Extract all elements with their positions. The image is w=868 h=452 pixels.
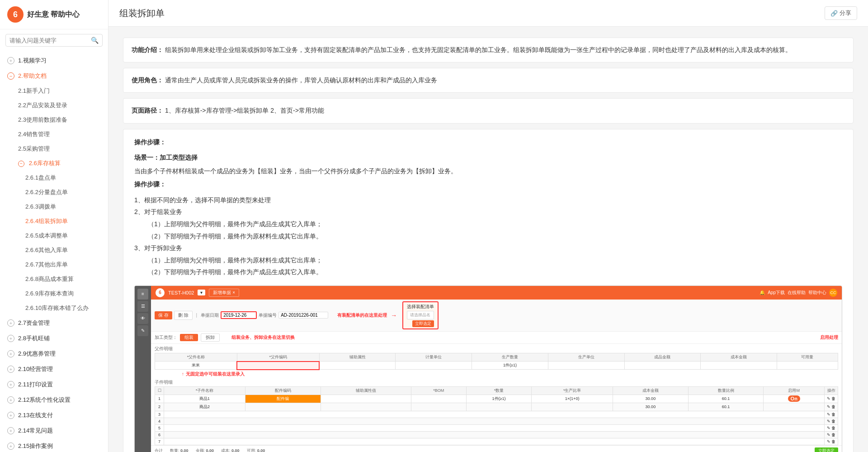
lower-row4-action[interactable]: ✎ 🗑: [825, 418, 838, 424]
path-text: 1、库存核算->库存管理->组装拆卸单 2、首页->常用功能: [165, 107, 324, 114]
inner-selector[interactable]: ▾: [198, 290, 205, 295]
lower-table-label: 子件明细: [151, 378, 842, 386]
lower-row2-enable: [764, 403, 825, 411]
inner-icon-help[interactable]: 在线帮助: [788, 290, 806, 296]
lower-th-enable: 启用M: [764, 386, 825, 395]
upper-td-qty: 1件(≥1): [472, 362, 548, 370]
sidebar-item-cost[interactable]: 2.6.5成本调整单: [0, 228, 108, 243]
on-badge[interactable]: On: [788, 395, 800, 402]
sidebar-item-sales[interactable]: 2.4销售管理: [0, 127, 108, 142]
path-label: 页面路径：: [132, 107, 163, 114]
inner-new-tab[interactable]: 新增单据 ×: [209, 289, 239, 297]
inner-save-btn[interactable]: 保 存: [155, 311, 172, 319]
lower-row7-action[interactable]: ✎ 🗑: [825, 438, 838, 445]
sidebar-item-purchase[interactable]: 2.5采购管理: [0, 142, 108, 156]
sidebar-item-print[interactable]: + 2.11打印设置: [0, 377, 108, 392]
sidebar-item-faq[interactable]: + 2.14常见问题: [0, 423, 108, 438]
logo-icon: 6: [7, 6, 24, 23]
nav-section: + 1.视频学习 − 2.帮助文档 2.1新手入门 2.2产品安装及登录 2.3…: [0, 51, 108, 452]
sidebar-item-mobile[interactable]: + 2.8手机旺铺: [0, 331, 108, 346]
inner-date-input[interactable]: [221, 311, 257, 319]
bom-search[interactable]: 请选择品名: [407, 311, 434, 319]
sidebar-item-case[interactable]: + 2.15操作案例: [0, 438, 108, 452]
sidebar-item-ops[interactable]: + 2.10经营管理: [0, 362, 108, 377]
footer-confirm-btn[interactable]: 立即选定: [815, 447, 838, 452]
inner-icon-contact[interactable]: 帮助中心: [808, 290, 826, 296]
sidebar-item-coupon[interactable]: + 2.9优惠券管理: [0, 346, 108, 362]
sidebar-item-cost-calc-label: 2.6.8商品成本重算: [25, 276, 74, 282]
lower-row4-check: 4: [155, 418, 164, 424]
upper-td-amount: [624, 362, 701, 370]
sidebar-item-stocktake[interactable]: 2.6.1盘点单: [0, 171, 108, 185]
sidebar-item-error[interactable]: 2.6.10库存账本错了么办: [0, 301, 108, 315]
sidebar-item-newbie[interactable]: 2.1新手入门: [0, 84, 108, 98]
footer-cost: 成本: 0.00: [221, 448, 240, 452]
lower-row1-ratio: 1×(1+0): [532, 395, 613, 403]
page-title: 组装拆卸单: [119, 7, 165, 19]
lower-row1-cost: 30.00: [613, 395, 689, 403]
sidebar-item-check[interactable]: 2.6.9库存账本查询: [0, 286, 108, 301]
sidebar-item-other-out[interactable]: 2.6.7其他出库单: [0, 257, 108, 272]
type-btn-assembly[interactable]: 组装: [180, 334, 198, 341]
inner-icon-bell[interactable]: 🔔: [760, 290, 765, 295]
sidebar-item-check-label: 2.6.9库存账本查询: [25, 290, 74, 297]
inner-icon-apps[interactable]: App下载: [768, 290, 785, 296]
footer-amount: 金额: 0.00: [196, 448, 214, 452]
page-header: 组装拆卸单 🔗 分享: [108, 0, 868, 27]
ops-expand-icon: +: [7, 366, 14, 373]
sidebar-item-video[interactable]: + 1.视频学习: [0, 53, 108, 68]
search-icon[interactable]: 🔍: [91, 37, 99, 44]
sidebar-item-finance[interactable]: + 2.7资金管理: [0, 315, 108, 331]
bom-confirm-btn[interactable]: 立即选定: [412, 320, 434, 327]
sidebar-item-ops-label: 2.10经营管理: [18, 365, 53, 373]
inner-delete-btn[interactable]: 删 除: [174, 311, 193, 320]
lower-th-aux: 辅助属性值: [321, 386, 411, 395]
lower-row2-name: 商品2: [164, 403, 245, 411]
sidebar-item-assembly[interactable]: 2.6.4组装拆卸单: [0, 214, 108, 228]
step2: 2、对于组装业务: [134, 206, 842, 218]
sidebar-item-inventory-label: 2.6库存核算: [29, 160, 61, 167]
lower-row2-code: [245, 403, 321, 411]
lower-row1-action[interactable]: ✎ 🗑: [825, 395, 838, 403]
upper-td-avail: [777, 362, 838, 370]
upper-td-aux: [319, 362, 396, 370]
sidebar-item-partial[interactable]: 2.6.2分量盘点单: [0, 185, 108, 200]
sidebar-item-other-in[interactable]: 2.6.6其他入库单: [0, 243, 108, 257]
search-input[interactable]: [9, 37, 91, 44]
search-box[interactable]: 🔍: [5, 34, 103, 47]
upper-th-6: 生产单位: [548, 353, 624, 362]
sidebar-item-inventory[interactable]: − 2.6库存核算: [0, 156, 108, 171]
upper-th-3: 辅助属性: [319, 353, 396, 362]
footer-bar: 合计 数量: 0.00 金额: 0.00 成本: 0.00 可用: 0.00 立…: [151, 445, 842, 452]
lower-row3-action[interactable]: ✎ 🗑: [825, 411, 838, 418]
inner-no-input[interactable]: [278, 312, 328, 319]
sidebar-item-stocktake-label: 2.6.1盘点单: [25, 174, 56, 181]
lower-row6-action[interactable]: ✎ 🗑: [825, 431, 838, 438]
sidebar-item-cost-calc[interactable]: 2.6.8商品成本重算: [0, 272, 108, 286]
sidebar-item-finance-label: 2.7资金管理: [18, 319, 50, 327]
inner-logo: 6: [156, 288, 165, 297]
lower-row2-ratio: [532, 403, 613, 411]
sidebar-item-prepare[interactable]: 2.3使用前数据准备: [0, 113, 108, 127]
sidebar-item-purchase-label: 2.5采购管理: [18, 145, 50, 152]
sidebar-item-custom[interactable]: + 2.12系统个性化设置: [0, 392, 108, 408]
footer-qty: 数量: 0.00: [170, 448, 189, 452]
lower-th-ops: 操作: [825, 386, 838, 395]
type-btn-disassembly[interactable]: 拆卸: [201, 333, 220, 342]
lower-table-area: ☐ *子件名称 配件编码 辅助属性值 *BOM *数量 *生产比率 成本金额 数: [151, 386, 842, 445]
sidebar-item-docs-label: 2.帮助文档: [18, 72, 47, 80]
upper-th-8: 成本金额: [701, 353, 777, 362]
sidebar-item-transfer[interactable]: 2.6.3调拨单: [0, 200, 108, 214]
share-button[interactable]: 🔗 分享: [825, 6, 857, 20]
expand-icon: +: [7, 57, 14, 64]
lower-row5-action[interactable]: ✎ 🗑: [825, 424, 838, 431]
sidebar-item-docs[interactable]: − 2.帮助文档: [0, 68, 108, 84]
intro-text: 组装拆卸单用来处理企业组装或拆卸等加工业务，支持有固定装配清单的产品加工业务，也…: [165, 46, 792, 53]
lower-row5-empty: [164, 424, 825, 431]
logo-area: 6 好生意 帮助中心: [0, 0, 108, 29]
lower-row2-action[interactable]: ✎ 🗑: [825, 403, 838, 411]
steps-list: 1、根据不同的业务，选择不同单据的类型来处理 2、对于组装业务 （1）上部明细为…: [134, 194, 842, 278]
sidebar-item-pay[interactable]: + 2.13在线支付: [0, 408, 108, 423]
screenshot-container: ≡ ☰ 👁 ✎ 6 TEST-H002 ▾ 新增单据 ×: [134, 285, 842, 452]
sidebar-item-install[interactable]: 2.2产品安装及登录: [0, 98, 108, 113]
